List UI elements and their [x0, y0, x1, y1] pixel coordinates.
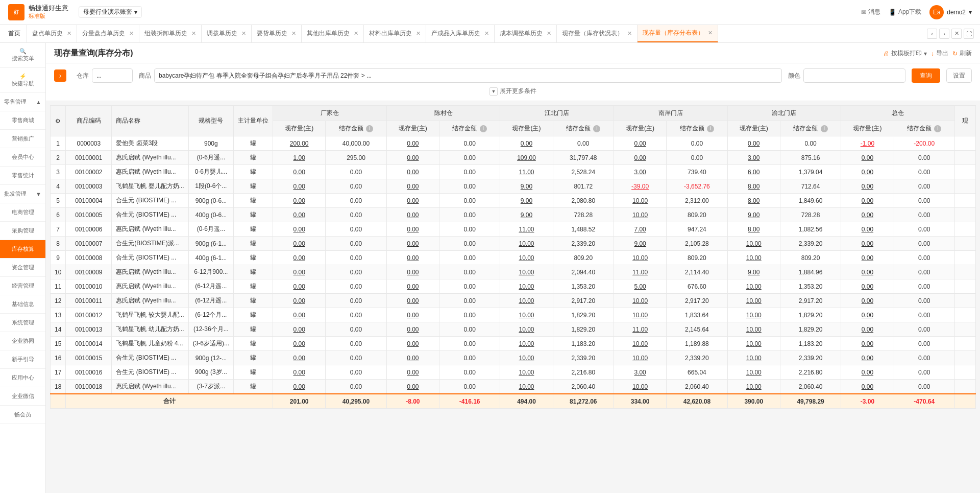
app-download-btn[interactable]: 📱 App下载	[889, 8, 921, 16]
tab-4-close[interactable]: ✕	[241, 30, 246, 37]
cell-c-stock[interactable]: 0.00	[386, 337, 439, 351]
sidebar-item-nav[interactable]: ⚡ 快捷导航	[0, 68, 45, 93]
sidebar-item-member[interactable]: 会员中心	[0, 148, 45, 167]
cell-f-stock[interactable]: 0.00	[273, 294, 326, 308]
sidebar-item-retail-shop[interactable]: 零售商城	[0, 111, 45, 130]
cell-na-stock[interactable]: 7.00	[614, 222, 666, 237]
cell-f-stock[interactable]: 1.00	[273, 151, 326, 165]
tab-6-close[interactable]: ✕	[354, 30, 358, 37]
cell-yb-stock[interactable]: 0.00	[727, 136, 780, 151]
cell-f-stock[interactable]: 0.00	[273, 279, 326, 294]
user-area[interactable]: Ea demo2 ▾	[929, 5, 972, 19]
cell-yb-stock[interactable]: 8.00	[727, 179, 780, 194]
cell-yb-stock[interactable]: 3.00	[727, 151, 780, 165]
search-btn[interactable]: 查询	[912, 68, 940, 83]
cell-na-stock[interactable]: 5.00	[614, 279, 666, 294]
cell-t-stock[interactable]: 0.00	[841, 351, 894, 365]
cell-c-stock[interactable]: 0.00	[386, 251, 439, 265]
cell-jb-stock[interactable]: 11.00	[500, 165, 553, 179]
tab-3[interactable]: 组装拆卸单历史 ✕	[139, 25, 202, 42]
cell-jb-stock[interactable]: 10.00	[500, 237, 553, 251]
sidebar-item-corp[interactable]: 企业协同	[0, 332, 45, 350]
cell-f-stock[interactable]: 0.00	[273, 237, 326, 251]
cell-t-stock[interactable]: 0.00	[841, 208, 894, 222]
cell-t-stock[interactable]: 0.00	[841, 294, 894, 308]
cell-na-stock[interactable]: 10.00	[614, 208, 666, 222]
cell-na-stock[interactable]: 11.00	[614, 322, 666, 337]
tab-next-btn[interactable]: ›	[939, 29, 949, 39]
yuibei-amt-info[interactable]: i	[821, 125, 828, 132]
cell-c-stock[interactable]: 0.00	[386, 136, 439, 151]
tab-5-close[interactable]: ✕	[291, 30, 296, 37]
cell-yb-stock[interactable]: 10.00	[727, 365, 780, 380]
cell-na-stock[interactable]: 3.00	[614, 365, 666, 380]
export-btn[interactable]: ↓ 导出	[931, 49, 948, 58]
cell-t-stock[interactable]: 0.00	[841, 165, 894, 179]
tab-9-close[interactable]: ✕	[547, 30, 551, 37]
cell-c-stock[interactable]: 0.00	[386, 165, 439, 179]
tab-8[interactable]: 产成品入库单历史 ✕	[426, 25, 495, 42]
th-settings[interactable]: ⚙	[51, 106, 66, 136]
tab-8-close[interactable]: ✕	[484, 30, 489, 37]
tab-10-close[interactable]: ✕	[627, 30, 632, 37]
cell-c-stock[interactable]: 0.00	[386, 265, 439, 279]
cell-jb-stock[interactable]: 9.00	[500, 179, 553, 194]
cell-c-stock[interactable]: 0.00	[386, 294, 439, 308]
cell-na-stock[interactable]: 10.00	[614, 337, 666, 351]
cell-na-stock[interactable]: 0.00	[614, 151, 666, 165]
cell-t-stock[interactable]: 0.00	[841, 194, 894, 208]
cell-t-stock[interactable]: 0.00	[841, 179, 894, 194]
cell-jb-stock[interactable]: 10.00	[500, 322, 553, 337]
tab-7-close[interactable]: ✕	[416, 30, 421, 37]
sidebar-item-appcenter[interactable]: 应用中心	[0, 369, 45, 387]
cell-jb-stock[interactable]: 11.00	[500, 222, 553, 237]
cell-jb-stock[interactable]: 10.00	[500, 365, 553, 380]
goods-input[interactable]	[154, 68, 782, 83]
sidebar-item-finance[interactable]: 资金管理	[0, 259, 45, 277]
cell-na-stock[interactable]: 10.00	[614, 251, 666, 265]
tab-1-close[interactable]: ✕	[67, 30, 71, 37]
cell-jb-stock[interactable]: 9.00	[500, 194, 553, 208]
cell-f-stock[interactable]: 0.00	[273, 251, 326, 265]
cell-f-stock[interactable]: 0.00	[273, 165, 326, 179]
tab-4[interactable]: 调拨单历史 ✕	[202, 25, 252, 42]
setting-btn[interactable]: 设置	[946, 68, 972, 83]
total-amt-info[interactable]: i	[934, 125, 941, 132]
cell-c-stock[interactable]: 0.00	[386, 179, 439, 194]
cell-f-stock[interactable]: 0.00	[273, 351, 326, 365]
cell-t-stock[interactable]: -1.00	[841, 136, 894, 151]
tab-5[interactable]: 要货单历史 ✕	[252, 25, 302, 42]
nanan-amt-info[interactable]: i	[707, 125, 714, 132]
cell-yb-stock[interactable]: 8.00	[727, 194, 780, 208]
cell-f-stock[interactable]: 0.00	[273, 222, 326, 237]
cell-jb-stock[interactable]: 10.00	[500, 308, 553, 322]
tab-3-close[interactable]: ✕	[191, 30, 196, 37]
cell-t-stock[interactable]: 0.00	[841, 337, 894, 351]
tab-1[interactable]: 盘点单历史 ✕	[27, 25, 77, 42]
sidebar-item-wechat[interactable]: 企业微信	[0, 387, 45, 406]
expand-row[interactable]: ▼ 展开更多条件	[54, 87, 972, 96]
tab-6[interactable]: 其他出库单历史 ✕	[302, 25, 364, 42]
cell-jb-stock[interactable]: 10.00	[500, 294, 553, 308]
cell-c-stock[interactable]: 0.00	[386, 308, 439, 322]
tab-11-close[interactable]: ✕	[708, 30, 713, 36]
cell-yb-stock[interactable]: 8.00	[727, 222, 780, 237]
cell-t-stock[interactable]: 0.00	[841, 279, 894, 294]
cell-f-stock[interactable]: 0.00	[273, 322, 326, 337]
cell-yb-stock[interactable]: 10.00	[727, 351, 780, 365]
sidebar-item-guide[interactable]: 新手引导	[0, 350, 45, 369]
cell-c-stock[interactable]: 0.00	[386, 208, 439, 222]
tab-prev-btn[interactable]: ‹	[927, 29, 937, 39]
cell-na-stock[interactable]: 10.00	[614, 308, 666, 322]
tab-7[interactable]: 材料出库单历史 ✕	[364, 25, 426, 42]
factory-amt-info[interactable]: i	[366, 125, 373, 132]
tab-close-all-btn[interactable]: ✕	[951, 29, 962, 39]
cell-f-stock[interactable]: 0.00	[273, 179, 326, 194]
cell-jb-stock[interactable]: 9.00	[500, 208, 553, 222]
cell-t-stock[interactable]: 0.00	[841, 251, 894, 265]
cell-yb-stock[interactable]: 10.00	[727, 279, 780, 294]
cell-f-stock[interactable]: 0.00	[273, 308, 326, 322]
jiangbei-amt-info[interactable]: i	[593, 125, 600, 132]
sidebar-item-marketing[interactable]: 营销推广	[0, 130, 45, 148]
settings-icon[interactable]: ⚙	[55, 118, 61, 125]
